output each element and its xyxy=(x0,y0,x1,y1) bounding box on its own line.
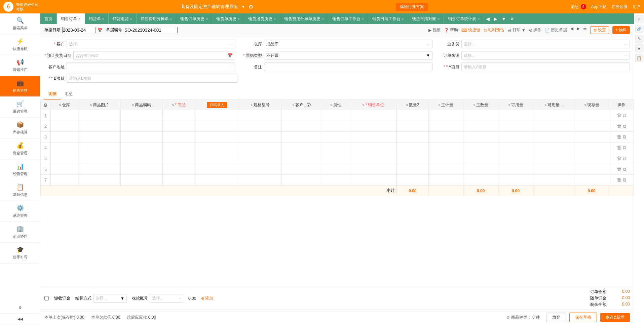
col-customer-code[interactable]: ⇅ 客户...⑦ xyxy=(281,100,322,110)
float-btn-2[interactable]: 🔗 xyxy=(635,25,643,33)
operation-btn[interactable]: ⊙ 操作 xyxy=(529,26,541,34)
row-spec-7[interactable] xyxy=(239,175,281,186)
customer-input[interactable]: 选择... ··· xyxy=(67,40,235,48)
row-mqty-4[interactable] xyxy=(463,143,498,153)
row-product-2[interactable] xyxy=(162,121,195,132)
save-new-button[interactable]: 保存&新增 xyxy=(600,313,630,322)
row-attr-7[interactable] xyxy=(322,175,350,186)
row-code-1[interactable] xyxy=(120,110,162,121)
copy-icon-4[interactable]: ⧉ xyxy=(623,145,626,151)
row-warehouse-2[interactable] xyxy=(51,121,78,132)
row-attr-1[interactable] xyxy=(322,110,350,121)
tab-sales-order-history[interactable]: 销售订单历史 × xyxy=(176,13,212,24)
copy-icon-3[interactable]: ⧉ xyxy=(623,134,626,140)
preview-btn[interactable]: ▶ 视频 xyxy=(428,26,441,34)
row-ccode-1[interactable] xyxy=(281,110,322,121)
delete-icon-6[interactable]: 🗑 xyxy=(617,166,621,172)
delete-icon-2[interactable]: 🗑 xyxy=(617,123,621,129)
row-warehouse-1[interactable] xyxy=(51,110,78,121)
sidebar-settings-btn[interactable]: ⚙ xyxy=(0,302,40,314)
order-source-more-btn[interactable]: ··· xyxy=(624,53,628,58)
gear-icon[interactable]: ⚙ xyxy=(43,103,48,108)
tab-sales-expense[interactable]: 销售费用分摊单 × xyxy=(137,13,177,24)
tab-sales-stats[interactable]: 销售订单统计表 × xyxy=(444,13,484,24)
row-qty2-1[interactable] xyxy=(397,110,428,121)
row-mqty-6[interactable] xyxy=(463,164,498,175)
row-mqty-2[interactable] xyxy=(463,121,498,132)
nav-left-icon[interactable]: ◀ xyxy=(570,26,573,34)
tab-close-sales-bill[interactable]: × xyxy=(102,17,104,21)
tab-nav-right[interactable]: ▶ xyxy=(492,13,499,24)
float-btn-4[interactable]: ★ xyxy=(635,44,643,52)
delete-icon-1[interactable]: 🗑 xyxy=(617,113,621,118)
sidebar-item-search[interactable]: 🔍 搜索菜单 xyxy=(0,13,40,34)
tab-close-all[interactable]: ✕ xyxy=(508,13,516,24)
row-code-3[interactable] xyxy=(120,132,162,143)
row-qty2-6[interactable] xyxy=(397,164,428,175)
delete-icon-7[interactable]: 🗑 xyxy=(617,177,621,183)
address-more-btn[interactable]: ··· xyxy=(229,65,233,69)
delete-icon-4[interactable]: 🗑 xyxy=(617,145,621,151)
payment-method-select[interactable]: 选择... ▼ xyxy=(93,294,127,303)
copy-icon-7[interactable]: ⧉ xyxy=(623,177,626,183)
row-unit-3[interactable] xyxy=(350,132,397,143)
col-main-qty[interactable]: ⇅ 主数量 xyxy=(463,100,498,110)
col-qty2[interactable]: ⇅ 数量2 xyxy=(397,100,428,110)
tab-sales-return[interactable]: 销货退货 × xyxy=(109,13,137,24)
row-warehouse-5[interactable] xyxy=(51,153,78,164)
row-attr-2[interactable] xyxy=(322,121,350,132)
list-view-icon[interactable]: ☰ xyxy=(583,26,587,34)
row-code-6[interactable] xyxy=(120,164,162,175)
col-product[interactable]: ⇅ * 商品 xyxy=(162,100,195,110)
row-warehouse-3[interactable] xyxy=(51,132,78,143)
row-product-6[interactable] xyxy=(162,164,195,175)
row-spec-3[interactable] xyxy=(239,132,281,143)
row-mqty-5[interactable] xyxy=(463,153,498,164)
plan-button[interactable]: 体验行业方案 xyxy=(396,3,428,11)
col-gear[interactable]: ⚙ xyxy=(41,100,51,110)
delete-icon-3[interactable]: 🗑 xyxy=(617,134,621,140)
sidebar-item-enterprise[interactable]: 🏢 企业协同 xyxy=(0,222,40,243)
help-btn[interactable]: ❓ 帮助 xyxy=(444,26,458,34)
row-code-7[interactable] xyxy=(120,175,162,186)
tab-close-sales-bill-history[interactable]: × xyxy=(238,17,240,21)
add-btn[interactable]: ⊕ 添加 xyxy=(201,295,213,301)
b-project-input[interactable]: 请输入B项目 xyxy=(67,74,237,83)
row-warehouse-4[interactable] xyxy=(51,143,78,153)
tab-home[interactable]: 首页 xyxy=(40,13,57,24)
row-code-4[interactable] xyxy=(120,143,162,153)
row-ccode-6[interactable] xyxy=(281,164,322,175)
user-menu[interactable]: 用户 xyxy=(633,4,641,10)
row-spec-1[interactable] xyxy=(239,110,281,121)
sidebar-item-operations[interactable]: 📊 经营管理 xyxy=(0,159,40,180)
row-ccode-3[interactable] xyxy=(281,132,322,143)
tab-nav-left[interactable]: ◀ xyxy=(484,13,492,24)
tab-cash-reconcile[interactable]: 钱货日清对账 × xyxy=(408,13,444,24)
warehouse-more-btn[interactable]: ··· xyxy=(427,42,430,46)
float-btn-3[interactable]: ✎ xyxy=(635,35,643,43)
tab-cash-workbench[interactable]: 钱货日清工作台 × xyxy=(368,13,408,24)
warehouse-input[interactable]: 成品库 ··· xyxy=(264,40,432,48)
row-product-7[interactable] xyxy=(162,175,195,186)
row-attr-5[interactable] xyxy=(322,153,350,164)
row-ccode-5[interactable] xyxy=(281,153,322,164)
shortcut-btn[interactable]: ⌨ 快捷键 xyxy=(461,26,480,34)
sidebar-item-finance[interactable]: 💰 资金管理 xyxy=(0,138,40,159)
row-unit-5[interactable] xyxy=(350,153,397,164)
row-product-3[interactable] xyxy=(162,132,195,143)
sidebar-item-quicknav[interactable]: ⚡ 快捷导航 xyxy=(0,34,40,55)
tab-close-sales-order[interactable]: × xyxy=(78,17,80,21)
float-btn-1[interactable]: ☆ xyxy=(635,15,643,23)
row-unit-4[interactable] xyxy=(350,143,397,153)
print-dropdown-icon[interactable]: ▼ xyxy=(522,28,526,33)
detail-tab-summary[interactable]: 汇总 xyxy=(61,89,77,99)
row-attr-3[interactable] xyxy=(322,132,350,143)
col-main-unit[interactable]: ⇅ 主计量 xyxy=(428,100,463,110)
customer-address-input[interactable]: ··· xyxy=(67,63,235,71)
add-material-btn[interactable]: + 物料 xyxy=(612,26,630,34)
copy-icon-1[interactable]: ⧉ xyxy=(623,113,626,118)
sidebar-item-sales[interactable]: 💼 销售管理 xyxy=(0,76,40,97)
row-code-5[interactable] xyxy=(120,153,162,164)
tab-close-sales-return-history[interactable]: × xyxy=(274,17,276,21)
system-dropdown-icon[interactable]: ▼ xyxy=(241,4,245,9)
